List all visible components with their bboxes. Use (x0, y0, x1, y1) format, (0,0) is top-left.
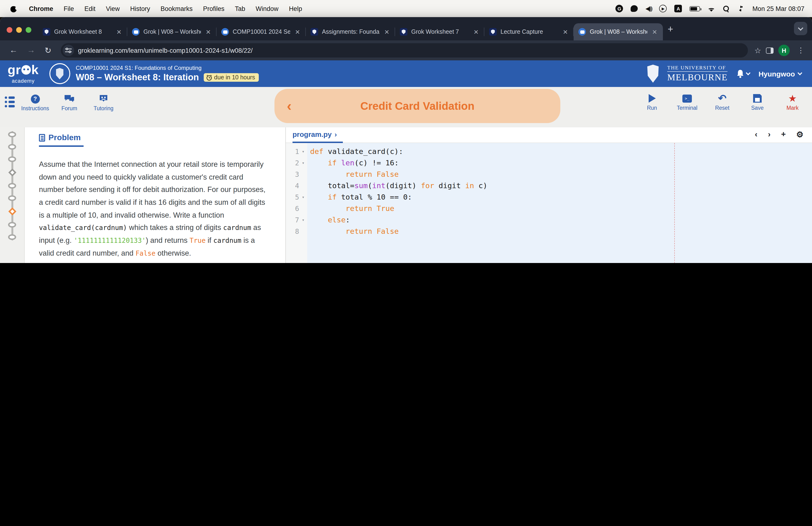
next-file-button[interactable]: › (768, 130, 770, 140)
grammarly-icon[interactable]: G (615, 5, 623, 12)
play-icon[interactable]: ▶ (659, 5, 667, 12)
menubar-item-history[interactable]: History (125, 5, 155, 12)
menubar-item-tab[interactable]: Tab (230, 5, 250, 12)
prev-file-button[interactable]: ‹ (755, 130, 757, 140)
progress-marker[interactable] (8, 156, 16, 162)
browser-tab[interactable]: Grok Worksheet 7✕ (395, 23, 484, 40)
course-title: COMP10001 2024 S1: Foundations of Comput… (76, 65, 259, 71)
user-menu[interactable]: Hyungwoo (758, 70, 801, 78)
save-button[interactable]: Save (744, 93, 771, 111)
battery-icon[interactable] (690, 6, 700, 11)
chat-icon[interactable] (630, 5, 638, 12)
back-chevron-icon[interactable]: ‹ (287, 99, 292, 113)
profile-avatar[interactable]: H (778, 45, 790, 56)
gutter-spacer[interactable] (299, 226, 307, 237)
tab-title: Assignments: Foundation (322, 29, 379, 35)
reset-icon: ↶ (718, 94, 726, 102)
tab-search-button[interactable] (794, 22, 807, 35)
control-center-icon[interactable] (737, 5, 745, 12)
progress-marker[interactable] (8, 144, 16, 150)
browser-tab[interactable]: Grok Worksheet 8✕ (38, 23, 127, 40)
editor-line: 4 total=sum(int(digit) for digit in c) (286, 180, 812, 191)
progress-marker[interactable] (8, 195, 16, 201)
tab-close-icon[interactable]: ✕ (115, 28, 122, 35)
bell-icon (736, 69, 745, 78)
fold-arrow-icon[interactable]: ▾ (299, 146, 307, 157)
menubar-item-profiles[interactable]: Profiles (198, 5, 230, 12)
tab-strip: Grok Worksheet 8✕Grok | W08 – Worksheet … (0, 17, 812, 40)
editor-settings-icon[interactable]: ⚙ (796, 130, 804, 140)
mark-button[interactable]: ★Mark (779, 93, 806, 111)
site-settings-icon[interactable] (63, 45, 74, 56)
apple-menu-icon[interactable] (11, 5, 17, 12)
forum-button[interactable]: Forum (56, 94, 83, 111)
file-tab[interactable]: program.py› (292, 127, 343, 143)
terminal-button[interactable]: >_Terminal (673, 93, 701, 111)
menubar-item-view[interactable]: View (101, 5, 125, 12)
question-icon: ? (31, 94, 40, 103)
notifications-button[interactable] (736, 69, 750, 78)
browser-tab[interactable]: Grok | W08 – Worksheet 8✕ (574, 23, 663, 40)
progress-marker[interactable] (8, 234, 16, 240)
macos-menubar: ChromeFileEditViewHistoryBookmarksProfil… (0, 0, 812, 17)
outline-list-icon[interactable] (5, 97, 15, 108)
window-zoom-button[interactable] (26, 27, 31, 33)
instructions-button[interactable]: ? Instructions (21, 94, 49, 111)
fold-arrow-icon[interactable]: ▾ (299, 157, 307, 169)
code-editor[interactable]: 1▾def validate_card(c):2▾ if len(c) != 1… (286, 143, 812, 263)
menubar-item-file[interactable]: File (58, 5, 79, 12)
browser-tab[interactable]: Grok | W08 – Worksheet 8✕ (127, 23, 217, 40)
tab-close-icon[interactable]: ✕ (383, 28, 390, 35)
university-logo: THE UNIVERSITY OF MELBOURNE (643, 63, 727, 85)
input-source-icon[interactable]: A (675, 5, 682, 12)
url-bar[interactable]: groklearning.com/learn/unimelb-comp10001… (61, 43, 748, 57)
window-close-button[interactable] (6, 27, 12, 33)
tutoring-button[interactable]: Tutoring (90, 94, 117, 111)
bookmark-star-icon[interactable]: ☆ (752, 46, 763, 55)
browser-menu-icon[interactable]: ⋮ (795, 46, 807, 55)
menubar-item-edit[interactable]: Edit (79, 5, 101, 12)
menubar-item-chrome[interactable]: Chrome (24, 5, 58, 12)
run-button[interactable]: Run (638, 93, 666, 111)
progress-marker[interactable] (8, 183, 16, 189)
menubar-item-window[interactable]: Window (250, 5, 284, 12)
grok-logo[interactable]: grk academy (8, 63, 39, 84)
add-file-button[interactable]: + (781, 130, 786, 140)
progress-marker[interactable] (8, 222, 16, 228)
editor-line: 5▾ if total % 10 == 0: (286, 191, 812, 203)
tab-close-icon[interactable]: ✕ (205, 28, 212, 35)
browser-tab[interactable]: Assignments: Foundation✕ (306, 23, 395, 40)
fold-arrow-icon[interactable]: ▾ (299, 191, 307, 203)
browser-tab[interactable]: Lecture Capture✕ (484, 23, 574, 40)
menubar-item-help[interactable]: Help (284, 5, 307, 12)
tab-close-icon[interactable]: ✕ (473, 28, 480, 35)
tab-close-icon[interactable]: ✕ (294, 28, 301, 35)
tab-title: Lecture Capture (501, 29, 558, 35)
fold-arrow-icon[interactable]: ▾ (299, 214, 307, 226)
gutter-spacer[interactable] (299, 169, 307, 180)
search-icon[interactable] (723, 5, 730, 12)
gutter-spacer[interactable] (299, 203, 307, 214)
volume-icon[interactable]: ◀))) (645, 5, 652, 12)
wifi-icon[interactable] (708, 6, 715, 11)
new-tab-button[interactable]: + (668, 24, 673, 35)
university-crest-icon (643, 63, 663, 85)
reset-button[interactable]: ↶Reset (709, 93, 736, 111)
back-button[interactable]: ← (5, 46, 22, 55)
forward-button[interactable]: → (22, 46, 40, 55)
code-text: return True (307, 203, 394, 214)
progress-marker[interactable] (8, 208, 16, 215)
gutter-spacer[interactable] (299, 180, 307, 191)
menubar-item-bookmarks[interactable]: Bookmarks (155, 5, 198, 12)
progress-marker[interactable] (8, 168, 16, 176)
progress-marker[interactable] (8, 132, 16, 137)
tab-close-icon[interactable]: ✕ (651, 28, 658, 35)
window-minimize-button[interactable] (16, 27, 22, 33)
side-panel-icon[interactable] (766, 47, 773, 54)
reload-button[interactable]: ↻ (40, 45, 56, 55)
due-badge: due in 10 hours (204, 73, 259, 82)
tab-close-icon[interactable]: ✕ (562, 28, 569, 35)
menubar-clock[interactable]: Mon 25 Mar 08:07 (752, 5, 804, 12)
tab-title: Grok Worksheet 7 (411, 29, 469, 35)
browser-tab[interactable]: COMP10001 2024 Semes✕ (217, 23, 306, 40)
